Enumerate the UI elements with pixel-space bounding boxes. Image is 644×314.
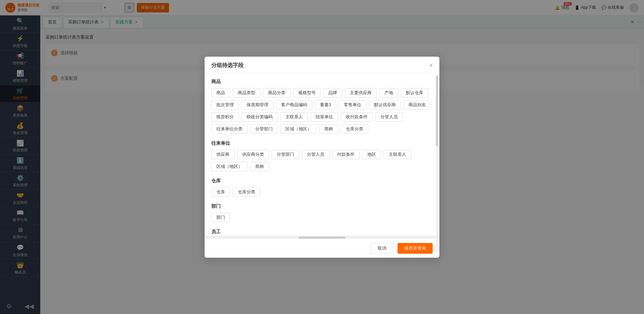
field-tag-0-23[interactable]: 区域（地区） [280,124,317,134]
field-tag-0-13[interactable]: 默认供应商 [369,100,401,110]
field-tag-1-7[interactable]: 区域（地区） [211,162,248,171]
field-group-1: 往来单位供应商供应商分类分管部门分管人员付款条件地区主联系人区域（地区）简称 [211,140,433,171]
field-tag-1-6[interactable]: 主联系人 [384,150,411,159]
field-tag-0-3[interactable]: 规格型号 [293,88,321,98]
field-tag-0-24[interactable]: 简称 [319,124,338,134]
field-tag-0-0[interactable]: 商品 [211,88,230,98]
field-tag-1-0[interactable]: 供应商 [211,150,234,159]
field-group-title-3: 部门 [211,203,433,209]
field-tag-0-8[interactable]: 批次管理 [211,100,239,110]
field-tag-2-1[interactable]: 仓库分类 [233,187,260,197]
field-tag-1-5[interactable]: 地区 [362,150,381,159]
field-group-3: 部门部门 [211,203,433,222]
field-tag-0-12[interactable]: 零售单位 [339,100,366,110]
modal: 分组待选字段 × 商品商品商品类型商品分类规格型号品牌主要供应商产地默认仓库批次… [205,57,439,258]
field-tag-0-16[interactable]: 税收分类编码 [241,112,278,122]
modal-vscroll-thumb [436,75,438,146]
field-tag-0-15[interactable]: 拣货积分 [211,112,239,122]
field-group-2: 仓库仓库仓库分类 [211,178,433,197]
modal-hscroll-thumb [299,237,345,239]
field-tag-3-0[interactable]: 部门 [211,213,230,222]
field-tag-0-7[interactable]: 默认仓库 [401,88,428,98]
field-tag-0-19[interactable]: 收付款条件 [341,112,373,122]
field-tag-1-8[interactable]: 简称 [250,162,269,171]
field-tag-0-1[interactable]: 商品类型 [233,88,260,98]
modal-title: 分组待选字段 [211,62,244,69]
field-tag-0-4[interactable]: 品牌 [323,88,342,98]
field-tags-3: 部门 [211,213,433,222]
field-tag-0-18[interactable]: 结算单位 [311,112,338,122]
field-tags-0: 商品商品类型商品分类规格型号品牌主要供应商产地默认仓库批次管理保质期管理客户商品… [211,88,433,134]
field-group-4: 员工业务员 [211,229,433,236]
field-tag-0-21[interactable]: 往来单位分类 [211,124,248,134]
field-tag-1-4[interactable]: 付款条件 [332,150,360,159]
cancel-button[interactable]: 取消 [371,243,393,254]
field-group-title-0: 商品 [211,79,433,85]
field-tag-0-2[interactable]: 商品分类 [263,88,290,98]
field-tag-0-10[interactable]: 客户商品编码 [276,100,312,110]
modal-hscroll[interactable] [205,236,439,239]
field-tag-0-22[interactable]: 分管部门 [250,124,278,134]
modal-body: 商品商品商品类型商品分类规格型号品牌主要供应商产地默认仓库批次管理保质期管理客户… [205,73,439,236]
field-tag-0-14[interactable]: 商品别名 [404,100,431,110]
modal-header: 分组待选字段 × [205,57,439,73]
field-tag-0-20[interactable]: 分管人员 [375,112,403,122]
modal-close-button[interactable]: × [429,62,433,69]
field-tag-0-25[interactable]: 仓库分类 [341,124,368,134]
field-tag-1-2[interactable]: 分管部门 [272,150,299,159]
field-tags-1: 供应商供应商分类分管部门分管人员付款条件地区主联系人区域（地区）简称 [211,150,433,171]
save-button[interactable]: 保存并查询 [397,243,433,254]
field-tag-1-3[interactable]: 分管人员 [302,150,329,159]
field-tag-2-0[interactable]: 仓库 [211,187,230,197]
field-tag-0-6[interactable]: 产地 [379,88,398,98]
field-group-title-1: 往来单位 [211,140,433,146]
field-group-title-2: 仓库 [211,178,433,184]
field-tag-1-1[interactable]: 供应商分类 [237,150,269,159]
modal-footer: 取消 保存并查询 [205,239,439,258]
field-group-title-4: 员工 [211,229,433,235]
field-tag-0-11[interactable]: 重量3 [315,100,336,110]
field-tag-0-9[interactable]: 保质期管理 [241,100,273,110]
modal-vscroll[interactable] [436,75,438,252]
field-group-0: 商品商品商品类型商品分类规格型号品牌主要供应商产地默认仓库批次管理保质期管理客户… [211,79,433,134]
field-tag-0-5[interactable]: 主要供应商 [345,88,377,98]
field-tags-2: 仓库仓库分类 [211,187,433,197]
field-tag-0-17[interactable]: 主联系人 [280,112,308,122]
